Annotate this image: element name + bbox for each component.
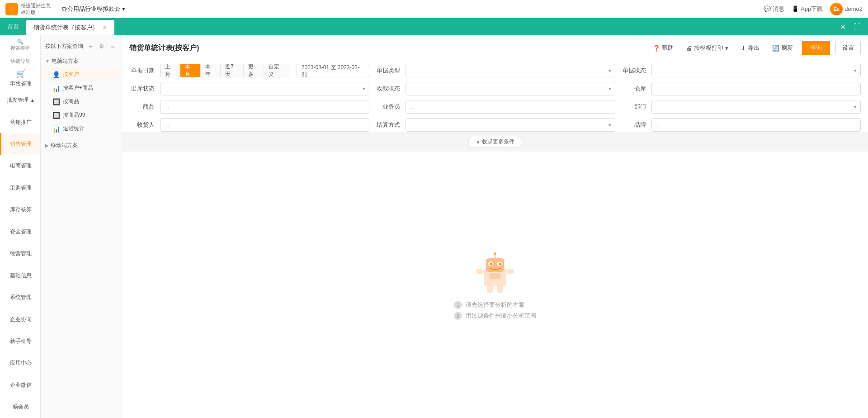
out-status-select[interactable]: ▾: [160, 82, 369, 95]
sidebar-item-purchase[interactable]: 采购管理: [0, 177, 40, 199]
chevron-up-icon: ∧: [476, 139, 480, 145]
chevron-down-icon: ▾: [122, 5, 125, 12]
department-select[interactable]: ▾: [651, 100, 861, 114]
sidebar-item-system[interactable]: 系统管理: [0, 286, 40, 308]
chevron-down-icon: ▼: [45, 59, 50, 64]
salesperson-label: 业务员: [375, 103, 400, 111]
settings-button[interactable]: 设置: [835, 41, 861, 55]
sidebar-item-member[interactable]: 畅会员: [0, 396, 40, 418]
sidebar-item-newbie[interactable]: 新手引导: [0, 330, 40, 352]
print-button[interactable]: 🖨 按模板打印 ▾: [683, 42, 732, 54]
chevron-down-icon: ▾: [854, 104, 857, 110]
window-maximize-icon[interactable]: ⛶: [852, 21, 863, 32]
sidebar-item-finance[interactable]: 资金管理: [0, 221, 40, 242]
tab-home[interactable]: 首页: [0, 18, 26, 35]
chevron-down-icon: ▾: [609, 68, 611, 74]
export-icon: ⬇: [741, 45, 746, 52]
scheme-add-button[interactable]: +: [86, 42, 95, 51]
chevron-down-icon: ▾: [854, 68, 857, 74]
svg-rect-12: [490, 273, 500, 279]
collapse-bar: ∧ 收起更多条件: [122, 132, 868, 152]
settlement-select[interactable]: ▾: [406, 118, 615, 132]
recipient-select[interactable]: …: [160, 118, 369, 132]
sidebar-item-wholesale[interactable]: 批发管理 ▲: [0, 89, 40, 111]
scheme-item-by-product99[interactable]: 🔲 按商品99: [42, 109, 120, 122]
order-type-select[interactable]: ▾: [406, 64, 615, 77]
date-btn-this-year[interactable]: 本年: [201, 64, 221, 77]
chevron-down-icon: ▾: [609, 86, 611, 92]
scheme-item-by-product[interactable]: 🔲 按商品: [42, 95, 120, 108]
scheme-section-mobile: ▶ 移动端方案: [41, 138, 122, 153]
message-button[interactable]: 💬 消息: [764, 5, 784, 13]
empty-illustration: [472, 250, 518, 295]
message-icon: 💬: [764, 5, 771, 12]
date-filter-buttons: 上月 本月 本年 近7天 更多 自定义: [160, 64, 289, 77]
scheme-pc-header[interactable]: ▼ 电脑端方案: [41, 55, 122, 67]
account-selector[interactable]: 办公用品行业模拟账套 ▾: [61, 5, 125, 13]
brand-select[interactable]: …: [651, 118, 861, 132]
tab-sales-stats[interactable]: 销货单统计表（按客户） ✕: [26, 20, 114, 35]
user-info[interactable]: Ea demo2: [830, 3, 863, 15]
retail-icon: 🛒: [16, 69, 26, 79]
scheme-item-by-customer[interactable]: 👤 按客户: [42, 68, 120, 81]
help-button[interactable]: ❓ 帮助: [649, 42, 677, 54]
svg-rect-8: [476, 269, 484, 274]
sidebar-item-business[interactable]: 经营管理: [0, 243, 40, 265]
help-icon: ❓: [653, 45, 660, 52]
sidebar-item-ecommerce[interactable]: 电商管理: [0, 155, 40, 177]
order-type-control: ▾: [406, 64, 615, 77]
date-btn-this-month[interactable]: 本月: [180, 64, 200, 77]
warehouse-control: …: [651, 82, 861, 95]
salesperson-select[interactable]: …: [406, 100, 615, 114]
sidebar-item-coop[interactable]: 企业协同: [0, 309, 40, 330]
sidebar-item-wechat[interactable]: 企业微信: [0, 374, 40, 396]
page-title: 销货单统计表(按客户): [129, 43, 199, 53]
export-button[interactable]: ⬇ 导出: [737, 42, 763, 54]
return-icon: 📊: [52, 125, 60, 133]
empty-hints: 1 请先选择要分析的方案 2 用过滤条件来缩小分析范围: [454, 301, 536, 320]
chevron-up-icon: ▲: [30, 98, 35, 103]
warehouse-select[interactable]: …: [651, 82, 861, 95]
app-download-button[interactable]: 📱 App下载: [792, 5, 823, 13]
department-label: 部门: [621, 103, 646, 111]
chevron-right-icon: ▶: [45, 143, 49, 148]
scheme-item-return-stats[interactable]: 📊 退货统计: [42, 122, 120, 135]
scheme-item-customer-product[interactable]: 📊 按客户+商品: [42, 81, 120, 95]
payment-status-select[interactable]: ▾: [406, 82, 615, 95]
order-type-label: 单据类型: [375, 66, 400, 75]
sidebar-item-sales[interactable]: 销售管理: [0, 133, 40, 155]
sidebar-item-apps[interactable]: 应用中心: [0, 352, 40, 374]
order-status-label: 单据状态: [621, 66, 646, 75]
collapse-button[interactable]: ∧ 收起更多条件: [468, 136, 522, 148]
scheme-settings-icon[interactable]: ⚙: [97, 42, 106, 51]
sidebar-search[interactable]: 🔍 搜索菜单: [0, 35, 40, 55]
date-btn-custom[interactable]: 自定义: [264, 64, 289, 77]
window-close-icon[interactable]: ✕: [837, 21, 848, 32]
date-btn-last-month[interactable]: 上月: [160, 64, 180, 77]
filter-row-4: 收货人 … 结算方式 ▾ 品牌 …: [129, 118, 861, 132]
order-status-select[interactable]: ▾: [651, 64, 861, 77]
search-button[interactable]: 查询: [802, 41, 830, 55]
print-icon: 🖨: [686, 45, 692, 52]
product-select[interactable]: …: [160, 100, 369, 114]
tab-close-icon[interactable]: ✕: [103, 24, 107, 31]
date-btn-more[interactable]: 更多: [244, 64, 264, 77]
out-status-control: ▾: [160, 82, 369, 95]
refresh-button[interactable]: 🔄 刷新: [769, 42, 797, 54]
sidebar-item-basic[interactable]: 基础信息: [0, 265, 40, 286]
scheme-collapse-icon[interactable]: «: [108, 42, 117, 51]
svg-point-5: [499, 263, 501, 265]
top-header: 🧡 畅捷通好生意 标准版 办公用品行业模拟账套 ▾ 💬 消息 📱 App下载 E…: [0, 0, 868, 18]
search-icon: 🔍: [17, 39, 24, 44]
empty-hint-1: 1 请先选择要分析的方案: [454, 301, 536, 309]
chart-icon: 📊: [52, 85, 60, 92]
date-btn-last7days[interactable]: 近7天: [221, 64, 244, 77]
sidebar-item-retail[interactable]: 🛒 零售管理: [0, 67, 40, 89]
sidebar-nav[interactable]: 快捷导航: [0, 55, 40, 67]
download-icon: 📱: [792, 5, 799, 12]
scheme-mobile-header[interactable]: ▶ 移动端方案: [41, 139, 122, 152]
recipient-label: 收货人: [129, 121, 155, 129]
sidebar-item-marketing[interactable]: 营销推广: [0, 111, 40, 133]
sidebar-item-stock[interactable]: 库存核算: [0, 199, 40, 221]
sidebar: 🔍 搜索菜单 快捷导航 🛒 零售管理 批发管理 ▲ 营销推广 销售管理 电商管理…: [0, 35, 41, 418]
